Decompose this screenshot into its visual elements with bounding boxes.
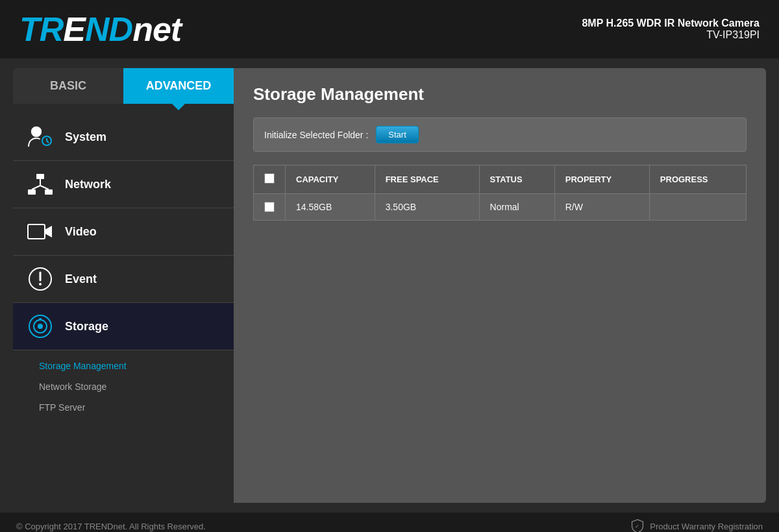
init-bar: Initialize Selected Folder : Start — [253, 117, 747, 152]
system-label: System — [65, 130, 106, 144]
svg-text:✓: ✓ — [636, 523, 640, 529]
svg-point-15 — [39, 283, 42, 285]
storage-icon — [26, 312, 55, 341]
svg-rect-6 — [28, 189, 36, 195]
submenu-network-storage[interactable]: Network Storage — [26, 376, 234, 397]
footer: © Copyright 2017 TRENDnet. All Rights Re… — [0, 513, 779, 532]
content-box: BASIC ADVANCED — [13, 68, 766, 503]
sidebar: BASIC ADVANCED — [13, 68, 234, 503]
svg-point-18 — [38, 324, 43, 329]
device-name: 8MP H.265 WDR IR Network Camera — [582, 18, 760, 29]
svg-line-4 — [47, 141, 49, 143]
row-property: R/W — [554, 194, 649, 221]
svg-marker-12 — [45, 226, 52, 237]
sidebar-item-storage[interactable]: Storage — [13, 303, 234, 350]
col-property: PROPERTY — [554, 165, 649, 194]
row-status: Normal — [479, 194, 554, 221]
header: TRENDnet 8MP H.265 WDR IR Network Camera… — [0, 0, 779, 58]
sidebar-item-network[interactable]: Network — [13, 161, 234, 208]
warranty-text: Product Warranty Registration — [650, 522, 763, 531]
row-checkbox[interactable] — [264, 202, 275, 212]
table-header-row: CAPACITY FREE SPACE STATUS PROPERTY PROG… — [254, 165, 747, 194]
nav-items: System Network — [13, 114, 234, 503]
video-label: Video — [65, 225, 97, 239]
tab-basic[interactable]: BASIC — [13, 68, 123, 104]
row-checkbox-cell — [254, 194, 286, 221]
row-free-space: 3.50GB — [375, 194, 479, 221]
storage-submenu: Storage Management Network Storage FTP S… — [13, 350, 234, 423]
col-free-space: FREE SPACE — [375, 165, 479, 194]
network-icon — [26, 170, 55, 199]
col-checkbox — [254, 165, 286, 194]
svg-rect-5 — [36, 174, 44, 179]
init-label: Initialize Selected Folder : — [264, 130, 368, 140]
tab-bar: BASIC ADVANCED — [13, 68, 234, 104]
warranty-link[interactable]: ✓ Product Warranty Registration — [630, 519, 763, 532]
table-row: 14.58GB 3.50GB Normal R/W — [254, 194, 747, 221]
main-wrapper: BASIC ADVANCED — [0, 58, 779, 513]
video-icon — [26, 217, 55, 246]
main-panel: Storage Management Initialize Selected F… — [234, 68, 766, 503]
tab-advanced[interactable]: ADVANCED — [123, 68, 234, 104]
col-progress: PROGRESS — [649, 165, 746, 194]
logo-text: TRENDnet — [19, 10, 181, 49]
svg-rect-11 — [28, 224, 45, 239]
submenu-ftp-server[interactable]: FTP Server — [26, 397, 234, 418]
sidebar-item-system[interactable]: System — [13, 114, 234, 161]
page-title: Storage Management — [253, 84, 747, 104]
shield-icon: ✓ — [630, 519, 645, 532]
svg-line-10 — [40, 186, 49, 189]
svg-point-1 — [31, 127, 42, 137]
submenu-storage-management[interactable]: Storage Management — [26, 356, 234, 376]
col-status: STATUS — [479, 165, 554, 194]
storage-label: Storage — [65, 320, 108, 333]
svg-point-19 — [39, 318, 42, 320]
device-model: TV-IP319PI — [582, 29, 760, 41]
event-label: Event — [65, 272, 97, 286]
sidebar-item-event[interactable]: Event — [13, 256, 234, 303]
event-icon — [26, 265, 55, 293]
svg-line-9 — [32, 186, 40, 189]
start-button[interactable]: Start — [376, 126, 418, 143]
copyright-text: © Copyright 2017 TRENDnet. All Rights Re… — [16, 522, 206, 531]
row-progress — [649, 194, 746, 221]
storage-table: CAPACITY FREE SPACE STATUS PROPERTY PROG… — [253, 165, 747, 221]
sidebar-item-video[interactable]: Video — [13, 208, 234, 256]
logo: TRENDnet — [19, 10, 181, 49]
network-label: Network — [65, 178, 111, 191]
col-capacity: CAPACITY — [286, 165, 375, 194]
select-all-checkbox[interactable] — [264, 173, 275, 184]
device-info: 8MP H.265 WDR IR Network Camera TV-IP319… — [582, 18, 760, 41]
system-icon — [26, 123, 55, 151]
svg-rect-7 — [45, 189, 53, 195]
row-capacity: 14.58GB — [286, 194, 375, 221]
